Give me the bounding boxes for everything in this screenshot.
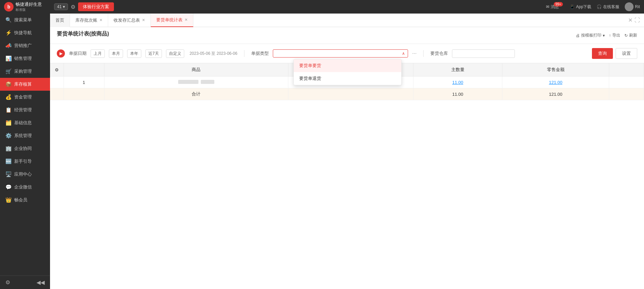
export-btn[interactable]: ↑ 导出 — [609, 32, 620, 38]
vip-icon: 👑 — [5, 197, 11, 203]
tabs-bar: 首页 库存批次账 ✕ 收发存汇总表 ✕ 要货单统计表 ✕ ✕ ⛶ — [50, 14, 644, 27]
top-bar: b 畅捷通好生意 标准版 41 ▾ ⚙ 体验行业方案 ✉ 消息 99+ 📱 Ap… — [0, 0, 644, 14]
tab-close-all[interactable]: ✕ — [628, 17, 633, 23]
warehouse-input[interactable] — [452, 49, 515, 58]
date-7days-btn[interactable]: 近7天 — [145, 49, 162, 58]
date-filter-label: 单据日期 — [69, 50, 87, 57]
sidebar-item-inventory[interactable]: 📦 库存核算 — [0, 78, 50, 91]
tab-home[interactable]: 首页 — [50, 14, 70, 27]
sidebar-item-search[interactable]: 🔍 搜索菜单 — [0, 14, 50, 26]
app-center-icon: 🖥️ — [5, 171, 11, 177]
sidebar-item-guide[interactable]: 🆕 新手引导 — [0, 155, 50, 168]
sidebar-item-marketing[interactable]: 📣 营销推广 — [0, 39, 50, 52]
refresh-btn[interactable]: ↻ 刷新 — [624, 32, 637, 38]
sidebar-item-procurement[interactable]: 🛒 采购管理 — [0, 65, 50, 78]
query-button[interactable]: 查询 — [592, 48, 613, 59]
footer-settings-cell — [50, 88, 64, 100]
sidebar-label-guide: 新手引导 — [14, 158, 32, 164]
refresh-label: 刷新 — [629, 32, 637, 38]
sidebar-label-inventory: 库存核算 — [14, 81, 32, 87]
printer-icon: 🖨 — [576, 33, 580, 38]
tab-collection-summary[interactable]: 收发存汇总表 ✕ — [108, 14, 151, 27]
sidebar-item-operations[interactable]: 📋 经营管理 — [0, 104, 50, 116]
row-amount-link[interactable]: 121.00 — [549, 80, 563, 85]
trial-button[interactable]: 体验行业方案 — [78, 2, 114, 11]
sidebar-label-operations: 经营管理 — [14, 107, 32, 113]
online-service-btn[interactable]: 🎧 在线客服 — [597, 4, 619, 10]
row-amount-cell: 121.00 — [502, 76, 609, 88]
user-name: Rit — [635, 4, 640, 9]
date-last-month-btn[interactable]: 上月 — [91, 49, 105, 58]
sidebar-item-sales[interactable]: 📊 销售管理 — [0, 52, 50, 65]
print-template-btn[interactable]: 🖨 按模板打印 ▾ — [576, 32, 605, 38]
tab-order-summary-close[interactable]: ✕ — [185, 18, 188, 22]
operations-icon: 📋 — [5, 107, 11, 113]
filter-separator-1 — [244, 50, 244, 57]
date-this-month-btn[interactable]: 本月 — [109, 49, 123, 58]
sidebar-item-quick-nav[interactable]: ⚡ 快捷导航 — [0, 26, 50, 39]
row-quantity-cell: 11.00 — [413, 76, 502, 88]
row-quantity-link[interactable]: 11.00 — [452, 80, 463, 85]
filter-type-select[interactable]: ∧ — [273, 49, 408, 58]
message-icon: ✉ — [546, 4, 549, 9]
sidebar-item-basic-info[interactable]: 🗂️ 基础信息 — [0, 116, 50, 129]
logo-area: b 畅捷通好生意 标准版 — [4, 1, 51, 12]
date-range-display: 2023-05-06 至 2023-06-06 — [190, 51, 237, 57]
messages-btn[interactable]: ✉ 消息 99+ — [546, 4, 559, 10]
guide-icon: 🆕 — [5, 158, 11, 164]
tab-collection-summary-label: 收发存汇总表 — [114, 17, 140, 23]
date-custom-btn[interactable]: 自定义 — [166, 49, 184, 58]
header-actions: 🖨 按模板打印 ▾ ↑ 导出 ↻ 刷新 — [576, 32, 637, 38]
sidebar-label-procurement: 采购管理 — [14, 68, 32, 74]
row-settings-cell — [50, 76, 64, 88]
headset-icon: 🎧 — [597, 4, 602, 9]
tab-batch-account[interactable]: 库存批次账 ✕ — [70, 14, 108, 27]
footer-label-cell: 合计 — [104, 88, 288, 100]
footer-no-cell — [64, 88, 104, 100]
footer-amount-cell: 121.00 — [502, 88, 609, 100]
sidebar-label-basic-info: 基础信息 — [14, 120, 32, 126]
inventory-icon: 📦 — [5, 81, 11, 87]
dropdown-item-order-return[interactable]: 要货单退货 — [294, 72, 401, 85]
tab-collection-summary-close[interactable]: ✕ — [142, 18, 145, 22]
date-this-year-btn[interactable]: 本年 — [127, 49, 141, 58]
sidebar-item-finance[interactable]: 💰 资金管理 — [0, 91, 50, 104]
footer-unit-cell — [288, 88, 413, 100]
filter-separator-2 — [423, 50, 424, 57]
row-no-cell: 1 — [64, 76, 104, 88]
sidebar-item-vip[interactable]: 👑 畅会员 — [0, 194, 50, 206]
settings-button[interactable]: 设置 — [616, 48, 637, 59]
table-wrap: ⚙ 商品 主计量单位 主数量 零售金额 1 — [50, 63, 644, 289]
sidebar-item-enterprise[interactable]: 🏢 企业协同 — [0, 142, 50, 155]
sidebar-collapse-icon[interactable]: ◀◀ — [37, 279, 45, 286]
sidebar: 🔍 搜索菜单 ⚡ 快捷导航 📣 营销推广 📊 销售管理 🛒 采购管理 📦 库存核… — [0, 14, 50, 289]
wechat-icon: 💬 — [5, 184, 11, 190]
user-avatar[interactable]: Rit — [625, 2, 640, 11]
app-subtitle: 标准版 — [16, 7, 42, 12]
footer-empty-cell — [609, 88, 644, 100]
sidebar-label-marketing: 营销推广 — [14, 43, 32, 49]
export-icon: ↑ — [609, 33, 611, 38]
filter-more-btn[interactable]: ··· — [412, 50, 416, 57]
sidebar-item-app-center[interactable]: 🖥️ 应用中心 — [0, 168, 50, 181]
tab-order-summary[interactable]: 要货单统计表 ✕ — [151, 14, 193, 27]
store-name: 41 — [57, 4, 62, 9]
filter-expand-btn[interactable]: ▶ — [57, 49, 65, 58]
app-download-btn[interactable]: 📱 App下载 — [570, 4, 591, 10]
gear-icon[interactable]: ⚙ — [71, 4, 75, 10]
dropdown-item-order-goods[interactable]: 要货单要货 — [294, 59, 401, 72]
procurement-icon: 🛒 — [5, 68, 11, 74]
sidebar-settings-icon[interactable]: ⚙ — [5, 279, 10, 286]
col-settings-header[interactable]: ⚙ — [50, 63, 64, 76]
sidebar-item-system[interactable]: ⚙️ 系统管理 — [0, 129, 50, 142]
avatar-image — [625, 2, 634, 11]
col-quantity-header: 主数量 — [413, 63, 502, 76]
store-selector[interactable]: 41 ▾ — [54, 3, 68, 10]
tab-batch-account-close[interactable]: ✕ — [99, 18, 102, 22]
chevron-down-icon: ▾ — [63, 4, 65, 9]
sidebar-item-wechat-biz[interactable]: 💬 企业微信 — [0, 181, 50, 194]
tab-fullscreen[interactable]: ⛶ — [635, 17, 640, 23]
col-product-header: 商品 — [104, 63, 288, 76]
sidebar-bottom: ⚙ ◀◀ — [0, 275, 50, 289]
finance-icon: 💰 — [5, 94, 11, 100]
